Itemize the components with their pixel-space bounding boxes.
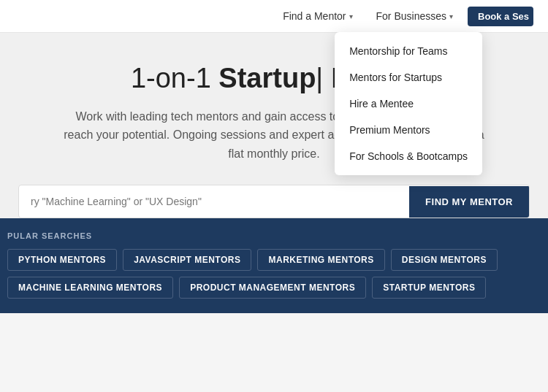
tag-javascript[interactable]: JAVASCRIPT MENTORS <box>123 249 251 271</box>
main-nav: Find a Mentor ▾ For Businesses ▾ Book a … <box>274 6 533 26</box>
tag-marketing[interactable]: MARKETING MENTORS <box>257 249 384 271</box>
tag-machine-learning[interactable]: MACHINE LEARNING MENTORS <box>7 277 173 299</box>
for-businesses-dropdown: Mentorship for Teams Mentors for Startup… <box>335 32 482 175</box>
tag-startup[interactable]: STARTUP MENTORS <box>372 277 486 299</box>
tags-row: PYTHON MENTORS JAVASCRIPT MENTORS MARKET… <box>7 249 541 271</box>
dropdown-item-premium-mentors[interactable]: Premium Mentors <box>335 117 482 143</box>
header: Find a Mentor ▾ For Businesses ▾ Book a … <box>0 0 548 33</box>
search-bar: FIND MY MENTOR <box>18 185 530 218</box>
hero-title-plain: 1-on-1 <box>131 63 218 93</box>
search-input[interactable] <box>19 185 409 218</box>
for-businesses-chevron-icon: ▾ <box>449 12 453 20</box>
nav-for-businesses[interactable]: For Businesses ▾ <box>368 6 462 26</box>
popular-searches-label: PULAR SEARCHES <box>7 231 541 240</box>
book-session-button[interactable]: Book a Ses <box>468 7 533 26</box>
tags-row-2: MACHINE LEARNING MENTORS PRODUCT MANAGEM… <box>7 277 541 299</box>
dropdown-item-hire-mentee[interactable]: Hire a Mentee <box>335 91 482 117</box>
nav-find-mentor[interactable]: Find a Mentor ▾ <box>274 6 361 26</box>
dropdown-item-mentorship-teams[interactable]: Mentorship for Teams <box>335 38 482 64</box>
tag-design[interactable]: DESIGN MENTORS <box>391 249 498 271</box>
popular-searches-section: PULAR SEARCHES PYTHON MENTORS JAVASCRIPT… <box>0 218 548 313</box>
find-mentor-label: Find a Mentor <box>283 10 346 22</box>
tag-product-management[interactable]: PRODUCT MANAGEMENT MENTORS <box>179 277 366 299</box>
dropdown-item-mentors-startups[interactable]: Mentors for Startups <box>335 64 482 91</box>
find-mentor-chevron-icon: ▾ <box>349 12 353 20</box>
tag-python[interactable]: PYTHON MENTORS <box>7 249 117 271</box>
find-mentor-button[interactable]: FIND MY MENTOR <box>409 186 529 218</box>
for-businesses-label: For Businesses <box>376 10 446 22</box>
hero-title-bold: Startup <box>218 63 316 93</box>
dropdown-item-schools-bootcamps[interactable]: For Schools & Bootcamps <box>335 143 482 169</box>
